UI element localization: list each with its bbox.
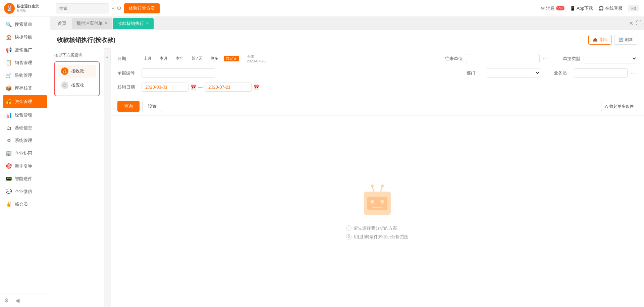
sidebar-item-basic-info[interactable]: 🗂 基础信息 (0, 121, 50, 134)
tab-close-all-icon[interactable]: ✕ (629, 20, 633, 27)
sidebar-item-inventory[interactable]: 📦 库存核算 (0, 82, 50, 95)
counterpart-dots[interactable]: ··· (543, 56, 549, 62)
sidebar-item-purchase[interactable]: 🛒 采购管理 (0, 69, 50, 82)
header-right: ✉ 消息 99+ 📱 App下载 🎧 在线客服 Rit (541, 5, 639, 11)
collapse-sidebar-icon[interactable]: ◀ (15, 297, 19, 304)
sidebar-item-label: 快捷导航 (15, 34, 32, 40)
online-service-btn[interactable]: 🎧 在线客服 (598, 5, 623, 11)
marketing-icon: 📢 (5, 47, 12, 53)
panel-item-by-receivable[interactable]: ⏱ 按应收 (58, 79, 96, 92)
voucher-no-input[interactable] (142, 68, 215, 78)
svg-line-7 (381, 187, 382, 192)
date-this-year-btn[interactable]: 本年 (173, 55, 186, 62)
sidebar-item-quick-nav[interactable]: 🏠 快捷导航 (0, 31, 50, 44)
svg-point-2 (370, 200, 374, 204)
app-download-btn[interactable]: 📱 App下载 (570, 5, 593, 11)
panel-item-by-receipt[interactable]: 💰 按收款 (58, 65, 96, 78)
staff-dots[interactable]: ··· (631, 70, 637, 76)
sidebar-item-enterprise[interactable]: 🏢 企业协同 (0, 147, 50, 160)
collapse-panel-btn[interactable]: » (104, 48, 111, 65)
sidebar-item-label: 基础信息 (15, 125, 32, 131)
collapse-more-icon: ⋀ (605, 104, 608, 109)
sidebar-item-marketing[interactable]: 📢 营销推广 (0, 44, 50, 56)
query-button[interactable]: 查询 (117, 101, 140, 112)
date-to-value: 2023-07-26 (247, 59, 266, 63)
date-filter-label: 日期 (117, 56, 134, 62)
tab-prepay[interactable]: 预付冲应付单 ✕ (72, 18, 112, 29)
verify-date-start-icon[interactable]: 📅 (191, 85, 196, 90)
sidebar-item-sales[interactable]: 📋 销售管理 (0, 56, 50, 69)
tab-expand-icon[interactable]: ⛶ (636, 20, 641, 27)
tab-home[interactable]: 首页 (53, 18, 71, 29)
app-edition: 标准版 (17, 8, 39, 13)
sidebar-item-guide[interactable]: 🎯 新手引导 (0, 160, 50, 172)
app-name: 畅捷通好生意 (17, 4, 39, 8)
sidebar-item-finance[interactable]: 💰 资金管理 (3, 95, 47, 108)
top-header: ▾ ⚙ 体验行业方案 ✉ 消息 99+ 📱 App下载 🎧 在线客服 Rit (50, 0, 644, 17)
svg-point-8 (381, 185, 384, 187)
verify-date-end-input[interactable] (205, 83, 252, 92)
date-7days-btn[interactable]: 近7天 (189, 55, 205, 62)
tab-prepay-label: 预付冲应付单 (76, 20, 103, 27)
enterprise-icon: 🏢 (5, 150, 12, 156)
refresh-button[interactable]: 🔄 刷新 (614, 35, 637, 45)
sidebar-item-system[interactable]: ⚙ 系统管理 (0, 134, 50, 147)
finance-icon: 💰 (5, 99, 12, 105)
empty-svg (356, 182, 399, 218)
sidebar-item-operation[interactable]: 📊 经营管理 (0, 109, 50, 121)
sidebar: 🐰 畅捷通好生意 标准版 🔍 搜索菜单 🏠 快捷导航 📢 营销推广 📋 销售管理… (0, 0, 50, 307)
voucher-type-select[interactable] (584, 54, 637, 63)
sidebar-item-search-menu[interactable]: 🔍 搜索菜单 (0, 18, 50, 31)
settings-bottom-icon[interactable]: ⚙ (4, 297, 9, 304)
tab-receive-cancel-label: 收款核销执行 (118, 20, 144, 27)
dept-select[interactable] (487, 68, 540, 78)
date-custom-badge[interactable]: 自定义 (224, 56, 239, 61)
sidebar-item-label: 采购管理 (15, 72, 32, 79)
collapse-more-btn[interactable]: ⋀ 收起更多条件 (601, 102, 637, 111)
message-btn[interactable]: ✉ 消息 99+ (541, 5, 565, 11)
export-button[interactable]: 📤 导出 (588, 35, 611, 45)
empty-state: 1 请先选择要分析的方案 2 用[过滤]条件来缩小分析范围 (111, 116, 644, 307)
verify-date-range: 📅 — 📅 (142, 83, 259, 92)
verify-date-end-icon[interactable]: 📅 (254, 85, 259, 90)
settings-button[interactable]: 设置 (142, 101, 162, 112)
sidebar-item-label: 畅会员 (15, 201, 28, 207)
counterpart-input[interactable] (466, 54, 540, 63)
sidebar-item-wechat[interactable]: 💬 企业微信 (0, 185, 50, 198)
tab-receive-cancel[interactable]: 收款核销执行 ✕ (113, 18, 154, 29)
sidebar-item-member[interactable]: ✌ 畅会员 (0, 198, 50, 211)
sidebar-bottom: ⚙ ◀ (0, 294, 50, 307)
user-account[interactable]: Rit (628, 5, 639, 11)
collapse-more-label: 收起更多条件 (609, 104, 634, 109)
sidebar-item-label: 智能硬件 (15, 176, 32, 182)
empty-text-area: 1 请先选择要分析的方案 2 用[过滤]条件来缩小分析范围 (346, 224, 408, 241)
page-title: 收款核销执行(按收款) (57, 36, 115, 44)
verify-date-start-input[interactable] (142, 83, 189, 92)
sidebar-item-label: 资金管理 (15, 99, 32, 105)
page-area: 收款核销执行(按收款) 📤 导出 🔄 刷新 按以下方案查询 💰 (50, 30, 644, 307)
guide-icon: 🎯 (5, 163, 12, 169)
receivable-icon: ⏱ (61, 82, 68, 89)
dept-label: 部门 (467, 70, 483, 76)
sidebar-item-label: 系统管理 (15, 138, 32, 144)
industry-btn[interactable]: 体验行业方案 (124, 3, 160, 13)
tab-prepay-close-icon[interactable]: ✕ (105, 21, 108, 25)
page-header: 收款核销执行(按收款) 📤 导出 🔄 刷新 (50, 30, 644, 48)
content-area: 按以下方案查询 💰 按收款 ⏱ 按应收 » (50, 48, 644, 307)
date-this-month-btn[interactable]: 本月 (157, 55, 170, 62)
sidebar-item-label: 销售管理 (15, 60, 32, 66)
date-more-btn[interactable]: 更多 (208, 55, 221, 62)
sidebar-item-label: 新手引导 (15, 163, 32, 169)
filter-actions: 查询 设置 ⋀ 收起更多条件 (111, 97, 644, 116)
panel-title: 按以下方案查询 (54, 52, 100, 58)
tab-receive-cancel-close-icon[interactable]: ✕ (146, 21, 149, 25)
panel-item-receipt-label: 按收款 (71, 68, 84, 74)
staff-input[interactable] (574, 68, 628, 78)
header-search-input[interactable] (56, 3, 109, 13)
main-area: ▾ ⚙ 体验行业方案 ✉ 消息 99+ 📱 App下载 🎧 在线客服 Rit 首… (50, 0, 644, 307)
sidebar-item-smart-hw[interactable]: 📟 智能硬件 (0, 172, 50, 185)
gear-icon[interactable]: ⚙ (117, 5, 121, 11)
date-last-month-btn[interactable]: 上月 (141, 55, 154, 62)
staff-label: 业务员 (554, 70, 571, 76)
date-no-limit-text: 不限 (247, 54, 266, 59)
